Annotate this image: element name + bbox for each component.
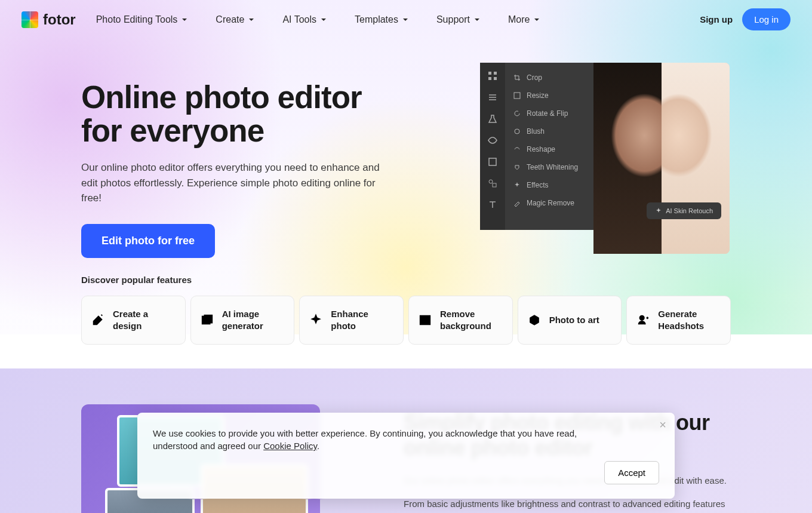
logo-icon [21, 11, 38, 28]
nav-more[interactable]: More [508, 14, 540, 25]
svg-point-5 [489, 180, 493, 183]
grid-icon [488, 71, 497, 81]
nav-label: Photo Editing Tools [96, 14, 178, 25]
menu-resize: Resize [505, 87, 596, 105]
nav-create[interactable]: Create [216, 14, 255, 25]
face-after [662, 63, 730, 254]
chevron-down-icon [473, 16, 481, 23]
sparkle-icon [655, 207, 662, 214]
cookie-banner: × We use cookies to provide you with bet… [137, 413, 675, 499]
chevron-down-icon [533, 16, 540, 23]
chevron-down-icon [402, 16, 409, 23]
nav-ai-tools[interactable]: AI Tools [282, 14, 327, 25]
svg-rect-4 [489, 158, 496, 165]
discover-section: Discover popular features Create a desig… [0, 258, 812, 369]
ai-skin-retouch-badge: AI Skin Retouch [647, 202, 721, 219]
nav-support[interactable]: Support [436, 14, 481, 25]
section2-paragraph: From basic adjustments like brightness a… [404, 497, 731, 513]
hero-visual: Crop Resize Rotate & Flip Blush Reshape … [480, 63, 731, 230]
chevron-down-icon [320, 16, 327, 23]
cookie-text: We use cookies to provide you with bette… [153, 427, 601, 453]
svg-rect-6 [493, 183, 496, 187]
hero-section: Online photo editor for everyone Our onl… [0, 39, 812, 258]
svg-rect-3 [494, 77, 497, 80]
edit-photo-button[interactable]: Edit photo for free [81, 224, 215, 258]
svg-rect-1 [494, 72, 497, 75]
sliders-icon [488, 93, 497, 102]
cookie-policy-link[interactable]: Cookie Policy [263, 441, 317, 451]
menu-effects: Effects [505, 176, 596, 194]
feature-photo-to-art[interactable]: Photo to art [518, 296, 622, 345]
menu-crop: Crop [505, 69, 596, 87]
close-button[interactable]: × [659, 419, 666, 431]
chevron-down-icon [181, 16, 188, 23]
hero-description: Our online photo editor offers everythin… [81, 160, 398, 206]
feature-generate-headshots[interactable]: Generate Headshots [626, 296, 731, 345]
auth-controls: Sign up Log in [700, 8, 791, 30]
svg-rect-7 [514, 93, 520, 99]
nav-label: Support [436, 14, 470, 25]
face-before [593, 63, 662, 254]
logo[interactable]: fotor [21, 11, 76, 28]
chevron-down-icon [248, 16, 255, 23]
face-comparison: AI Skin Retouch [593, 63, 730, 254]
menu-blush: Blush [505, 122, 596, 140]
login-button[interactable]: Log in [742, 8, 791, 30]
feature-create-design[interactable]: Create a design [81, 296, 186, 345]
editor-menu: Crop Resize Rotate & Flip Blush Reshape … [505, 63, 596, 230]
hero-title: Online photo editor for everyone [81, 81, 404, 147]
header: fotor Photo Editing Tools Create AI Tool… [0, 0, 812, 39]
editor-sidebar [480, 63, 505, 230]
svg-rect-0 [488, 72, 491, 75]
eye-icon [488, 136, 497, 145]
svg-rect-10 [204, 315, 212, 323]
image-icon [201, 314, 214, 327]
shapes-icon [488, 179, 497, 188]
signup-link[interactable]: Sign up [700, 14, 733, 24]
svg-point-12 [640, 316, 644, 320]
discover-title: Discover popular features [81, 275, 731, 285]
svg-rect-2 [488, 77, 491, 80]
design-icon [91, 314, 104, 327]
editor-preview: Crop Resize Rotate & Flip Blush Reshape … [480, 63, 596, 230]
text-icon [488, 200, 497, 210]
frame-icon [488, 157, 497, 167]
feature-enhance-photo[interactable]: Enhance photo [299, 296, 404, 345]
menu-magic-remove: Magic Remove [505, 194, 596, 212]
svg-point-8 [515, 129, 519, 134]
nav-label: Create [216, 14, 244, 25]
headshot-icon [636, 314, 650, 327]
nav-label: More [508, 14, 530, 25]
feature-grid: Create a design AI image generator Enhan… [81, 296, 731, 345]
feature-ai-image-generator[interactable]: AI image generator [190, 296, 295, 345]
menu-reshape: Reshape [505, 140, 596, 158]
nav-label: AI Tools [282, 14, 316, 25]
menu-teeth: Teeth Whitening [505, 158, 596, 176]
logo-text: fotor [43, 11, 76, 28]
nav-templates[interactable]: Templates [355, 14, 409, 25]
accept-button[interactable]: Accept [604, 461, 659, 484]
sparkle-icon [309, 314, 322, 327]
nav-label: Templates [355, 14, 398, 25]
remove-bg-icon [419, 314, 432, 327]
nav-photo-editing-tools[interactable]: Photo Editing Tools [96, 14, 189, 25]
main-nav: Photo Editing Tools Create AI Tools Temp… [96, 14, 679, 25]
art-icon [528, 314, 541, 327]
flask-icon [488, 114, 497, 124]
hero-text: Online photo editor for everyone Our onl… [81, 63, 404, 258]
menu-rotate: Rotate & Flip [505, 105, 596, 122]
feature-remove-background[interactable]: Remove background [408, 296, 513, 345]
